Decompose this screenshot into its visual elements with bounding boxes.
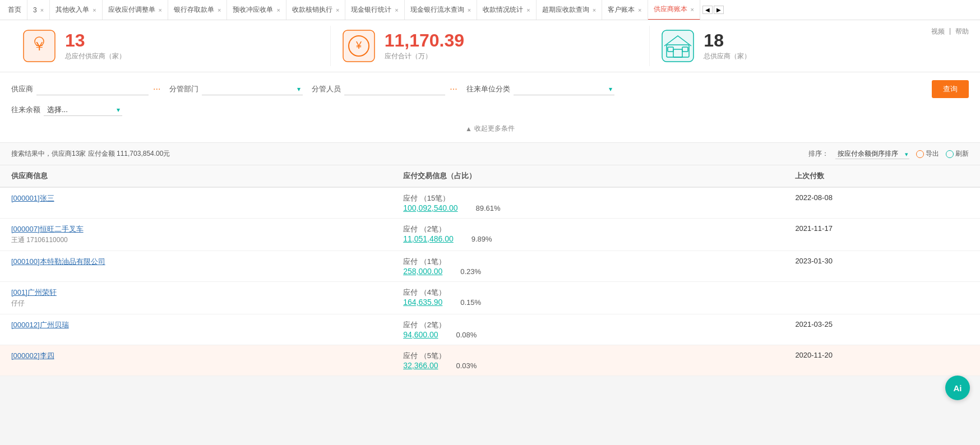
balance-label: 往来余额: [11, 105, 40, 115]
nav-tab-cash-flow-close[interactable]: ×: [468, 7, 471, 13]
nav-tab-receipt-stats-close[interactable]: ×: [526, 7, 530, 13]
help-link[interactable]: 帮助: [955, 27, 969, 36]
supplier-payable-icon: ￥: [22, 29, 56, 63]
payable-amount[interactable]: 32,366.00: [403, 361, 438, 370]
sort-select[interactable]: 按应付余额倒序排序: [835, 149, 909, 159]
supplier-link[interactable]: [000002]李四: [11, 351, 54, 360]
supplier-dots-btn[interactable]: ···: [153, 84, 160, 94]
stat-total-suppliers-info: 18 总供应商（家）: [704, 31, 751, 61]
nav-tab-overdue-close[interactable]: ×: [593, 7, 596, 13]
payable-amount[interactable]: 11,051,486.00: [403, 234, 454, 243]
nav-tab-3[interactable]: 3 ×: [27, 0, 50, 20]
nav-tab-overdue-label: 超期应收款查询: [542, 5, 589, 15]
supplier-link[interactable]: [000001]张三: [11, 194, 54, 202]
filter-balance: 往来余额 选择... ▾: [11, 104, 122, 116]
nav-tab-cash-stats[interactable]: 现金银行统计 ×: [345, 0, 404, 20]
nav-tab-payment[interactable]: 收款核销执行 ×: [286, 0, 345, 20]
category-select[interactable]: [514, 83, 614, 95]
refresh-button[interactable]: 刷新: [946, 149, 969, 159]
nav-tab-overdue[interactable]: 超期应收款查询 ×: [537, 0, 602, 20]
nav-tab-home[interactable]: 首页: [2, 0, 27, 20]
nav-tab-prepay-close[interactable]: ×: [276, 7, 280, 13]
table-row: [000001]张三应付 （15笔）100,092,540.0089.61%20…: [0, 187, 980, 219]
category-select-wrap: ▾: [514, 83, 614, 95]
search-button[interactable]: 查询: [932, 80, 969, 98]
filter-person: 分管人员 ···: [312, 83, 457, 95]
nav-tab-customer-close[interactable]: ×: [638, 7, 641, 13]
payable-percent: 0.15%: [460, 298, 481, 307]
stat-amount-number: 11,170.39: [385, 31, 464, 49]
supplier-link[interactable]: [000007]恒旺二手叉车: [11, 225, 84, 233]
nav-tab-payment-label: 收款核销执行: [292, 5, 332, 15]
supplier-link[interactable]: [000012]广州贝瑞: [11, 321, 69, 329]
store-icon: [661, 29, 695, 63]
payable-line1: 应付 （2笔）: [403, 320, 773, 330]
filter-row-2: 往来余额 选择... ▾: [11, 104, 969, 116]
nav-next-arrow[interactable]: ▶: [714, 6, 724, 14]
supplier-link[interactable]: [000100]本特勒油品有限公司: [11, 257, 105, 266]
payable-info-cell: 应付 （2笔）11,051,486.009.89%: [392, 219, 784, 251]
nav-tab-cash-stats-close[interactable]: ×: [395, 7, 398, 13]
payable-line2: 11,051,486.009.89%: [403, 234, 773, 243]
last-pay-cell: 2021-03-25: [784, 314, 980, 345]
export-label: 导出: [926, 149, 939, 159]
payable-amount[interactable]: 94,600.00: [403, 330, 438, 339]
department-select[interactable]: [202, 83, 303, 95]
department-select-wrap: ▾: [202, 83, 303, 95]
nav-tab-supplier-close[interactable]: ×: [691, 6, 694, 13]
nav-tab-other-income-close[interactable]: ×: [93, 7, 96, 13]
collapse-label: 收起更多条件: [474, 124, 515, 133]
payable-label: 应付 （4笔）: [403, 288, 446, 296]
nav-tab-cash-stats-label: 现金银行统计: [351, 5, 391, 15]
nav-tab-cash-flow[interactable]: 现金银行流水查询 ×: [405, 0, 477, 20]
nav-tab-bank-close[interactable]: ×: [218, 7, 221, 13]
nav-prev-arrow[interactable]: ◀: [702, 6, 713, 14]
stat-payable-suppliers: ￥ 13 总应付供应商（家）: [11, 26, 330, 66]
filter-supplier: 供应商 ···: [11, 83, 160, 95]
nav-tab-ap-adjust-close[interactable]: ×: [159, 7, 162, 13]
sort-label: 排序：: [808, 149, 829, 159]
balance-select[interactable]: 选择...: [44, 104, 122, 116]
export-button[interactable]: 导出: [916, 149, 939, 159]
nav-tab-receipt-stats-label: 收款情况统计: [483, 5, 523, 15]
nav-tab-3-label: 3: [33, 6, 37, 14]
supplier-sub: 仔仔: [11, 299, 381, 308]
payable-percent: 0.03%: [456, 361, 477, 370]
col-supplier-info: 供应商信息: [0, 165, 392, 187]
video-link[interactable]: 视频: [931, 27, 945, 36]
person-input[interactable]: [344, 83, 445, 95]
nav-tab-3-close[interactable]: ×: [40, 7, 44, 13]
link-divider: |: [949, 27, 951, 36]
supplier-sub: 王通 17106110000: [11, 235, 381, 245]
nav-tab-receipt-stats[interactable]: 收款情况统计 ×: [477, 0, 536, 20]
payable-label: 应付 （15笔）: [403, 194, 450, 202]
last-pay-cell: 2020-11-20: [784, 345, 980, 376]
payable-info-cell: 应付 （2笔）94,600.000.08%: [392, 314, 784, 345]
person-label: 分管人员: [312, 84, 341, 94]
category-label: 往来单位分类: [466, 84, 510, 94]
nav-tab-ap-adjust[interactable]: 应收应付调整单 ×: [103, 0, 168, 20]
collapse-button[interactable]: ▲ 收起更多条件: [465, 124, 515, 133]
nav-tab-customer[interactable]: 客户账本 ×: [602, 0, 648, 20]
nav-tab-supplier[interactable]: 供应商账本 ×: [648, 0, 700, 20]
supplier-link[interactable]: [001]广州荣轩: [11, 288, 57, 296]
nav-tab-payment-close[interactable]: ×: [336, 7, 339, 13]
results-summary: 搜索结果中，供应商13家 应付金额 111,703,854.00元: [11, 149, 170, 159]
payable-amount[interactable]: 258,000.00: [403, 267, 442, 276]
supplier-label: 供应商: [11, 84, 33, 94]
nav-tab-other-income[interactable]: 其他收入单 ×: [50, 0, 102, 20]
payable-amount[interactable]: 100,092,540.00: [403, 203, 457, 212]
stat-amount: ¥ 11,170.39 应付合计（万）: [330, 26, 650, 66]
nav-tab-customer-label: 客户账本: [608, 5, 635, 15]
payable-percent: 0.23%: [460, 267, 481, 276]
person-dots-btn[interactable]: ···: [450, 84, 457, 94]
supplier-info-cell: [000002]李四: [0, 345, 392, 376]
nav-tab-prepay[interactable]: 预收冲应收单 ×: [227, 0, 286, 20]
payable-amount[interactable]: 164,635.90: [403, 298, 442, 307]
stat-payable-info: 13 总应付供应商（家）: [65, 31, 126, 61]
supplier-input[interactable]: [36, 83, 149, 95]
filter-area: 供应商 ··· 分管部门 ▾ 分管人员 ··· 往来单位分类: [0, 72, 980, 143]
export-icon: [916, 150, 924, 158]
collapse-bar: ▲ 收起更多条件: [11, 122, 969, 137]
nav-tab-bank[interactable]: 银行存取款单 ×: [168, 0, 227, 20]
